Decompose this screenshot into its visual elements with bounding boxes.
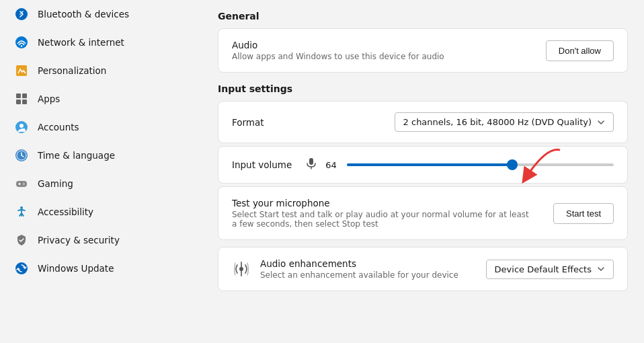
audio-enhance-value: Device Default Effects	[495, 264, 592, 274]
audio-enhance-label: Audio enhancements	[260, 258, 458, 269]
svg-rect-5	[22, 93, 27, 98]
svg-point-9	[19, 124, 24, 128]
start-test-button[interactable]: Start test	[553, 203, 614, 224]
personalization-icon	[15, 64, 28, 77]
input-settings-title: Input settings	[218, 83, 628, 94]
sidebar-item-time[interactable]: Time & language	[4, 142, 198, 169]
input-volume-label: Input volume	[232, 159, 292, 170]
chevron-down-icon-2	[597, 265, 605, 273]
network-icon	[15, 36, 28, 49]
svg-point-19	[239, 267, 243, 271]
sidebar-label-gaming: Gaming	[38, 178, 73, 189]
accounts-icon	[15, 120, 28, 134]
sidebar-label-apps: Apps	[38, 93, 60, 104]
sidebar-label-bluetooth: Bluetooth & devices	[38, 9, 129, 20]
update-icon	[15, 262, 28, 275]
test-microphone-card: Test your microphone Select Start test a…	[218, 186, 628, 240]
main-content: General Audio Allow apps and Windows to …	[202, 0, 644, 343]
accessibility-icon	[15, 205, 28, 219]
time-icon	[15, 149, 28, 162]
svg-point-14	[24, 184, 25, 186]
format-card: Format 2 channels, 16 bit, 48000 Hz (DVD…	[218, 101, 628, 143]
sidebar-item-accounts[interactable]: Accounts	[4, 114, 198, 141]
apps-icon	[15, 92, 28, 106]
sidebar-item-apps[interactable]: Apps	[4, 85, 198, 112]
svg-rect-6	[16, 100, 21, 104]
privacy-icon	[15, 233, 28, 247]
svg-point-15	[20, 206, 23, 209]
sidebar-item-accessibility[interactable]: Accessibility	[4, 198, 198, 225]
audio-sublabel: Allow apps and Windows to use this devic…	[232, 52, 444, 61]
sidebar-item-privacy[interactable]: Privacy & security	[4, 227, 198, 254]
svg-point-0	[15, 8, 28, 20]
sidebar-label-update: Windows Update	[38, 263, 114, 274]
sidebar-label-privacy: Privacy & security	[38, 235, 120, 245]
dont-allow-button[interactable]: Don't allow	[546, 40, 614, 61]
test-mic-label: Test your microphone	[232, 198, 534, 208]
bluetooth-icon	[15, 7, 28, 21]
audio-enhance-sublabel: Select an enhancement available for your…	[260, 270, 458, 280]
format-label: Format	[232, 117, 264, 128]
sidebar-item-update[interactable]: Windows Update	[4, 255, 198, 282]
audio-label: Audio	[232, 40, 444, 50]
sidebar-item-personalization[interactable]: Personalization	[4, 57, 198, 84]
audio-enhance-icon	[232, 260, 251, 278]
audio-card: Audio Allow apps and Windows to use this…	[218, 28, 628, 73]
general-section-title: General	[218, 11, 628, 22]
svg-rect-17	[309, 158, 313, 165]
test-mic-sublabel: Select Start test and talk or play audio…	[232, 210, 534, 229]
svg-rect-4	[16, 93, 21, 98]
sidebar-label-accessibility: Accessibility	[38, 206, 93, 217]
sidebar-label-time: Time & language	[38, 150, 115, 161]
chevron-down-icon	[597, 118, 605, 126]
svg-point-16	[15, 262, 28, 274]
volume-number: 64	[325, 160, 339, 170]
sidebar-label-accounts: Accounts	[38, 122, 79, 132]
svg-point-13	[24, 183, 25, 184]
gaming-icon	[15, 177, 28, 190]
sidebar-item-gaming[interactable]: Gaming	[4, 170, 198, 197]
audio-enhancements-card: Audio enhancements Select an enhancement…	[218, 247, 628, 291]
format-value: 2 channels, 16 bit, 48000 Hz (DVD Qualit…	[403, 117, 592, 127]
microphone-icon	[305, 157, 317, 172]
sidebar-item-network[interactable]: Network & internet	[4, 29, 198, 56]
svg-point-2	[21, 45, 22, 46]
sidebar-label-network: Network & internet	[38, 37, 124, 48]
format-dropdown[interactable]: 2 channels, 16 bit, 48000 Hz (DVD Qualit…	[395, 112, 614, 132]
sidebar: Bluetooth & devices Network & internet P…	[0, 0, 202, 343]
volume-slider[interactable]	[347, 158, 614, 172]
audio-enhance-dropdown[interactable]: Device Default Effects	[486, 260, 614, 279]
svg-rect-7	[22, 100, 27, 104]
svg-rect-12	[16, 181, 27, 187]
sidebar-item-bluetooth[interactable]: Bluetooth & devices	[4, 1, 198, 28]
sidebar-label-personalization: Personalization	[38, 65, 106, 76]
input-volume-card: Input volume 64	[218, 146, 628, 184]
